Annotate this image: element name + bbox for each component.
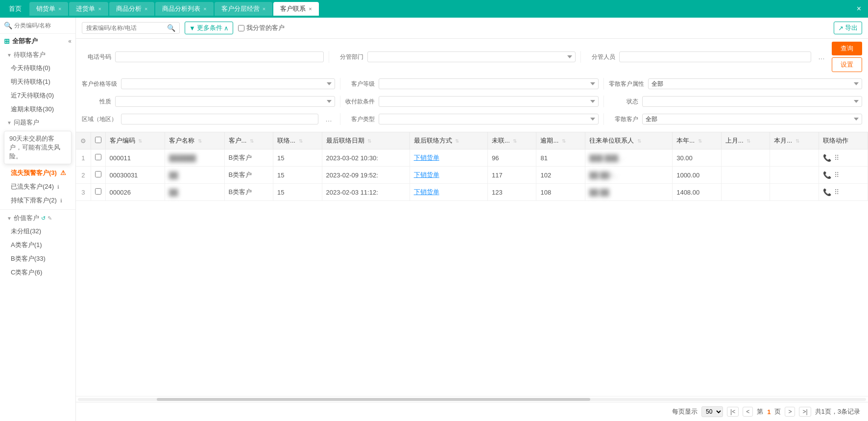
- person-input[interactable]: [619, 51, 811, 62]
- tab-purchase-order-close[interactable]: ×: [98, 6, 101, 12]
- phone-input[interactable]: [115, 51, 324, 62]
- scrollbar-thumb[interactable]: [157, 398, 590, 401]
- export-button[interactable]: ↗ 导出: [834, 22, 862, 34]
- col-customer-code[interactable]: 客户编码 ⇅: [105, 132, 165, 149]
- customer-type-select[interactable]: [379, 114, 599, 124]
- tab-product-analysis-list[interactable]: 商品分析列表 ×: [155, 2, 213, 16]
- col-overdue[interactable]: 逾期... ⇅: [536, 132, 585, 149]
- row3-num: 3: [76, 184, 91, 201]
- payment-select[interactable]: [379, 96, 599, 107]
- tab-product-analysis-list-close[interactable]: ×: [203, 6, 206, 12]
- col-last-month[interactable]: 上月... ⇅: [721, 132, 770, 149]
- sidebar-group-value-customers[interactable]: ▼ 价值客户 ↺ ✎: [0, 212, 75, 224]
- tab-customer-tier-close[interactable]: ×: [263, 6, 265, 12]
- row1-way[interactable]: 下销货单: [410, 149, 487, 167]
- tab-sales-order[interactable]: 销货单 ×: [29, 2, 68, 16]
- col-customer-name[interactable]: 客户名称 ⇅: [165, 132, 225, 149]
- horizontal-scrollbar[interactable]: [76, 396, 868, 402]
- sidebar-item-class-b[interactable]: B类客户(33): [0, 252, 75, 266]
- select-all-checkbox[interactable]: [95, 137, 101, 143]
- settings-button[interactable]: 设置: [832, 57, 862, 72]
- row2-select-checkbox[interactable]: [95, 171, 101, 177]
- query-button[interactable]: 查询: [832, 42, 862, 55]
- col-customer-type[interactable]: 客户... ⇅: [224, 132, 273, 149]
- row3-select-checkbox[interactable]: [95, 188, 101, 195]
- row2-checkbox[interactable]: [91, 167, 105, 184]
- tab-sales-order-close[interactable]: ×: [58, 6, 61, 12]
- col-contact-person[interactable]: 往来单位联系人 ⇅: [585, 132, 672, 149]
- price-level-select[interactable]: [121, 78, 335, 89]
- tab-product-analysis-close[interactable]: ×: [145, 6, 147, 12]
- arrow-down-icon-2: ▼: [7, 120, 12, 125]
- row1-action-more-icon[interactable]: ⠿: [834, 154, 839, 162]
- filter-bar: 🔍 ▼ 更多条件 ∧ 我分管的客户 ↗ 导出: [76, 18, 868, 39]
- page-prev-button[interactable]: <: [743, 407, 753, 417]
- row3-action-more-icon[interactable]: ⠿: [834, 188, 839, 196]
- customer-level-select[interactable]: [379, 78, 599, 89]
- sidebar-group-problem-customers[interactable]: ▼ 问题客户: [0, 116, 75, 129]
- tab-customer-tier[interactable]: 客户分层经营 ×: [215, 2, 272, 16]
- row1-select-checkbox[interactable]: [95, 154, 101, 160]
- row3-way[interactable]: 下销货单: [410, 184, 487, 201]
- sidebar-item-today-contact[interactable]: 今天待联络(0): [0, 61, 75, 75]
- row2-action-contact-icon[interactable]: 📞: [823, 171, 831, 179]
- sidebar-item-tomorrow-contact[interactable]: 明天待联络(1): [0, 75, 75, 89]
- edit-icon[interactable]: ✎: [48, 215, 52, 222]
- col-contact-count[interactable]: 联络... ⇅: [273, 132, 322, 149]
- tab-product-analysis[interactable]: 商品分析 ×: [109, 2, 154, 16]
- row3-type: B类客户: [224, 184, 273, 201]
- region-input[interactable]: [121, 114, 318, 124]
- tab-purchase-order[interactable]: 进货单 ×: [69, 2, 108, 16]
- row3-contact: 15: [273, 184, 322, 201]
- sidebar-item-already-churned[interactable]: 已流失客户(24) ℹ: [0, 180, 75, 194]
- col-unlinked[interactable]: 未联... ⇅: [487, 132, 536, 149]
- col-settings[interactable]: ⚙: [76, 132, 91, 149]
- scrollbar-track[interactable]: [78, 398, 866, 401]
- col-last-contact-way[interactable]: 最后联络方式 ⇅: [410, 132, 487, 149]
- tab-customer-contact[interactable]: 客户联系 ×: [273, 2, 318, 16]
- col-this-year[interactable]: 本年... ⇅: [673, 132, 722, 149]
- region-more-icon[interactable]: …: [322, 115, 335, 123]
- row3-action-contact-icon[interactable]: 📞: [823, 188, 831, 196]
- filter-nature: 性质: [82, 96, 335, 107]
- page-next-button[interactable]: >: [785, 407, 795, 417]
- status-select[interactable]: [642, 96, 862, 107]
- refresh-icon[interactable]: ↺: [41, 215, 46, 222]
- retail-attr-select[interactable]: 全部: [648, 78, 862, 89]
- sidebar-item-class-c[interactable]: C类客户(6): [0, 266, 75, 279]
- sidebar-item-ungrouped[interactable]: 未分组(32): [0, 224, 75, 238]
- tab-home[interactable]: 首页: [2, 2, 28, 16]
- per-page-select[interactable]: 50: [701, 406, 723, 417]
- sidebar-item-class-a[interactable]: A类客户(1): [0, 238, 75, 252]
- filter-divider-v5: [340, 96, 340, 107]
- main-search-input[interactable]: [86, 25, 165, 31]
- sidebar-all-customers[interactable]: ⊞ 全部客户 «: [0, 34, 75, 49]
- app-close-button[interactable]: ×: [852, 4, 866, 13]
- col-last-contact-date[interactable]: 最后联络日期 ⇅: [322, 132, 410, 149]
- row2-way[interactable]: 下销货单: [410, 167, 487, 184]
- row1-action-contact-icon[interactable]: 📞: [823, 154, 831, 162]
- nature-select[interactable]: [115, 96, 335, 107]
- person-more-icon[interactable]: …: [815, 53, 828, 61]
- tab-customer-contact-close[interactable]: ×: [309, 6, 312, 12]
- row1-checkbox[interactable]: [91, 149, 105, 167]
- my-customers-checkbox[interactable]: [238, 25, 244, 31]
- retail-customer-select[interactable]: 全部: [642, 114, 862, 124]
- row3-checkbox[interactable]: [91, 184, 105, 201]
- sidebar-group-pending-contact[interactable]: ▼ 待联络客户: [0, 49, 75, 61]
- sidebar-item-churn-warning[interactable]: 流失预警客户(3) ⚠: [0, 166, 75, 180]
- main-search-icon[interactable]: 🔍: [167, 24, 175, 32]
- row2-actions: 📞 ⠿: [819, 167, 868, 184]
- sidebar-search-input[interactable]: [14, 22, 72, 29]
- page-last-button[interactable]: >|: [799, 407, 811, 417]
- more-conditions-button[interactable]: ▼ 更多条件 ∧: [185, 22, 233, 34]
- dept-select[interactable]: [367, 51, 576, 62]
- sidebar-item-declining-customers[interactable]: 持续下滑客户(2) ℹ: [0, 194, 75, 207]
- filter-retail-customer: 零散客户 全部: [609, 114, 862, 124]
- col-checkbox[interactable]: [91, 132, 105, 149]
- page-first-button[interactable]: |<: [727, 407, 739, 417]
- sidebar-item-week-contact[interactable]: 近7天待联络(0): [0, 89, 75, 102]
- row2-action-more-icon[interactable]: ⠿: [834, 171, 839, 179]
- sidebar-item-overdue-contact[interactable]: 逾期未联络(30): [0, 102, 75, 116]
- col-this-month[interactable]: 本月... ⇅: [770, 132, 819, 149]
